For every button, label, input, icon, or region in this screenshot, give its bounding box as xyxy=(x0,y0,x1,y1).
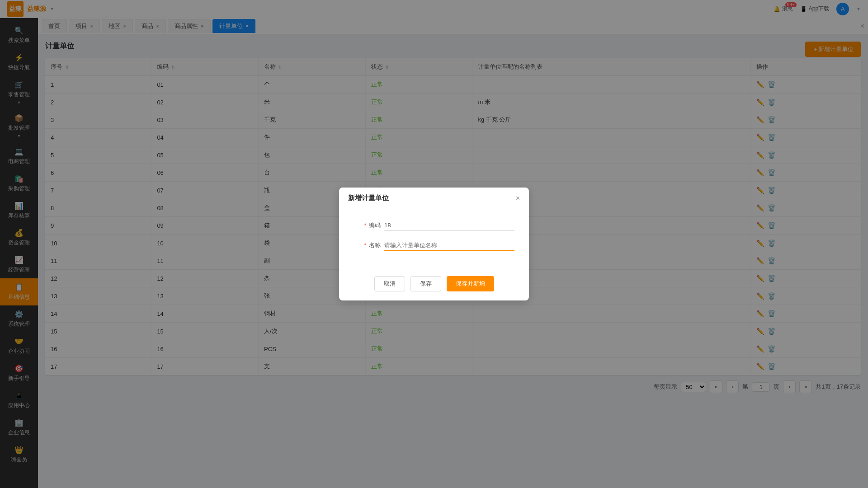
save-button[interactable]: 保存 xyxy=(410,276,441,291)
dialog-title: 新增计量单位 xyxy=(348,194,389,202)
add-unit-dialog: 新增计量单位 × * 编码 * 名称 取消 保存 保存并新增 xyxy=(339,188,529,300)
form-row-code: * 编码 xyxy=(354,220,514,231)
name-label: * 名称 xyxy=(354,241,381,249)
name-input[interactable] xyxy=(384,240,514,251)
dialog-overlay: 新增计量单位 × * 编码 * 名称 取消 保存 保存并新增 xyxy=(0,0,868,488)
form-row-name: * 名称 xyxy=(354,240,514,251)
dialog-body: * 编码 * 名称 xyxy=(339,209,529,271)
dialog-footer: 取消 保存 保存并新增 xyxy=(339,271,529,300)
code-label: * 编码 xyxy=(354,221,381,230)
name-required-mark: * xyxy=(364,242,366,249)
cancel-button[interactable]: 取消 xyxy=(374,276,405,291)
code-required-mark: * xyxy=(364,222,366,229)
save-and-new-button[interactable]: 保存并新增 xyxy=(447,276,494,291)
dialog-header: 新增计量单位 × xyxy=(339,188,529,209)
dialog-close-button[interactable]: × xyxy=(516,195,520,202)
code-input[interactable] xyxy=(384,220,514,231)
